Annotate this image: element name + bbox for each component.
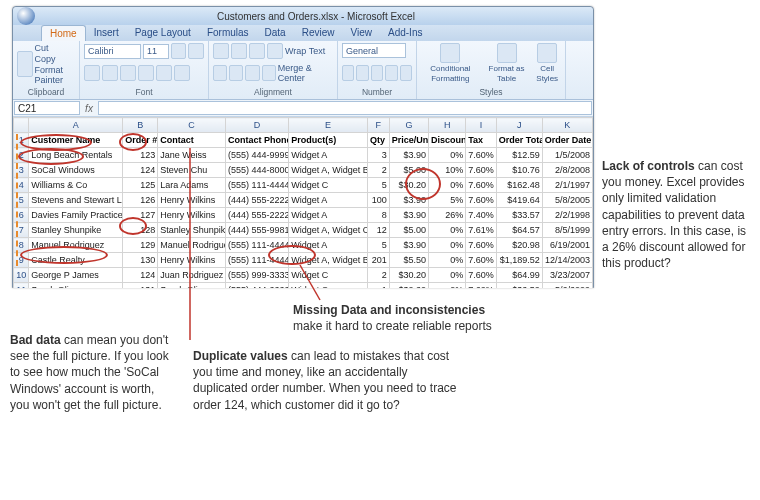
cell[interactable]: Long Beach Rentals (29, 148, 123, 163)
cell[interactable]: 3 (367, 148, 389, 163)
col-header[interactable]: H (429, 118, 466, 133)
cell[interactable]: Manuel Rodriguez (158, 238, 226, 253)
cell[interactable]: Stanley Shunpike (29, 223, 123, 238)
number-format-select[interactable]: General (342, 43, 406, 58)
cell[interactable]: 127 (123, 208, 158, 223)
cell[interactable]: 100 (367, 193, 389, 208)
cell[interactable]: Sarah Oliver (29, 283, 123, 289)
bold-icon[interactable] (84, 65, 100, 81)
cell[interactable]: 129 (123, 238, 158, 253)
cell[interactable]: Stevens and Stewart LLC (29, 193, 123, 208)
cell[interactable]: $64.57 (496, 223, 542, 238)
cell[interactable]: 7.60% (466, 253, 497, 268)
cell[interactable]: Widget A, Widget B (289, 163, 368, 178)
header-cell[interactable]: Tax (466, 133, 497, 148)
grow-font-icon[interactable] (171, 43, 187, 59)
cell[interactable]: 2 (367, 268, 389, 283)
row-header[interactable]: 2 (14, 148, 29, 163)
cell[interactable]: 6/19/2001 (542, 238, 592, 253)
header-cell[interactable]: Order Date (542, 133, 592, 148)
cell[interactable]: 1/5/2008 (542, 148, 592, 163)
font-color-icon[interactable] (174, 65, 190, 81)
cell[interactable]: 1 (367, 283, 389, 289)
tab-data[interactable]: Data (257, 25, 294, 41)
cell[interactable]: 2/2/1998 (542, 208, 592, 223)
cut-button[interactable]: Cut (35, 43, 75, 53)
tab-page-layout[interactable]: Page Layout (127, 25, 199, 41)
cell[interactable]: George P James (29, 268, 123, 283)
cell[interactable]: 0% (429, 223, 466, 238)
header-cell[interactable]: Qty (367, 133, 389, 148)
align-left-icon[interactable] (213, 65, 227, 81)
cell[interactable]: (444) 555-2222 (225, 193, 288, 208)
cell[interactable]: $5.00 (389, 163, 428, 178)
cell[interactable]: $1,189.52 (496, 253, 542, 268)
orientation-icon[interactable] (267, 43, 283, 59)
currency-icon[interactable] (342, 65, 354, 81)
col-header[interactable]: K (542, 118, 592, 133)
col-header[interactable]: F (367, 118, 389, 133)
cell[interactable]: 123 (123, 148, 158, 163)
cell[interactable]: 0% (429, 148, 466, 163)
cell[interactable]: $20.98 (496, 238, 542, 253)
tab-view[interactable]: View (342, 25, 380, 41)
cell[interactable]: 12/14/2003 (542, 253, 592, 268)
cell[interactable]: Widget A (289, 208, 368, 223)
cell[interactable]: 7.40% (466, 208, 497, 223)
cell[interactable]: $12.59 (496, 148, 542, 163)
cell[interactable]: Henry Wilkins (158, 253, 226, 268)
cell[interactable]: Steven Chu (158, 163, 226, 178)
col-header[interactable] (14, 118, 29, 133)
cell[interactable]: $64.99 (496, 268, 542, 283)
decrease-decimal-icon[interactable] (400, 65, 412, 81)
cell[interactable]: (555) 444-2222 (225, 283, 288, 289)
cell[interactable]: 131 (123, 283, 158, 289)
align-middle-icon[interactable] (231, 43, 247, 59)
cell[interactable]: 0% (429, 283, 466, 289)
cell[interactable]: Davies Family Practice (29, 208, 123, 223)
fill-color-icon[interactable] (156, 65, 172, 81)
paste-icon[interactable] (17, 51, 33, 77)
format-painter-button[interactable]: Format Painter (35, 65, 75, 85)
cell[interactable]: Widget A (289, 148, 368, 163)
cell[interactable]: 7.60% (466, 193, 497, 208)
header-cell[interactable]: Discount (429, 133, 466, 148)
header-cell[interactable]: Product(s) (289, 133, 368, 148)
cell[interactable]: $5.50 (389, 253, 428, 268)
cell[interactable]: $5.00 (389, 223, 428, 238)
cell[interactable]: Williams & Co (29, 178, 123, 193)
increase-decimal-icon[interactable] (385, 65, 397, 81)
cell[interactable]: 7.60% (466, 238, 497, 253)
cell[interactable]: $419.64 (496, 193, 542, 208)
row-header[interactable]: 3 (14, 163, 29, 178)
indent-icon[interactable] (262, 65, 276, 81)
cell[interactable]: $32.50 (496, 283, 542, 289)
cell[interactable]: 2/1/1997 (542, 178, 592, 193)
cell[interactable]: Stanley Shunpike (158, 223, 226, 238)
cell[interactable]: (555) 111-4444 (225, 253, 288, 268)
col-header[interactable]: I (466, 118, 497, 133)
cell[interactable]: 130 (123, 253, 158, 268)
cell[interactable]: 5% (429, 193, 466, 208)
cell[interactable]: $3.90 (389, 238, 428, 253)
row-header[interactable]: 6 (14, 208, 29, 223)
tab-home[interactable]: Home (41, 25, 86, 41)
cell[interactable]: 2/8/2008 (542, 163, 592, 178)
cell[interactable]: 126 (123, 193, 158, 208)
cell[interactable]: Jane Weiss (158, 148, 226, 163)
cell[interactable]: $30.20 (389, 268, 428, 283)
fx-icon[interactable]: fx (81, 100, 97, 116)
align-top-icon[interactable] (213, 43, 229, 59)
cell[interactable]: Widget A (289, 193, 368, 208)
cell[interactable]: (444) 555-2222 (225, 208, 288, 223)
cell[interactable]: $3.90 (389, 193, 428, 208)
cell[interactable]: 7.60% (466, 148, 497, 163)
cell[interactable]: (555) 444-9999 (225, 148, 288, 163)
cell[interactable]: $30.20 (389, 178, 428, 193)
name-box[interactable]: C21 (14, 101, 80, 115)
cell[interactable]: 125 (123, 178, 158, 193)
cell[interactable]: Widget A, Widget B (289, 253, 368, 268)
spreadsheet-grid[interactable]: ABCDEFGHIJK 1Customer NameOrder #Contact… (13, 117, 593, 288)
header-cell[interactable]: Contact (158, 133, 226, 148)
row-header[interactable]: 11 (14, 283, 29, 289)
